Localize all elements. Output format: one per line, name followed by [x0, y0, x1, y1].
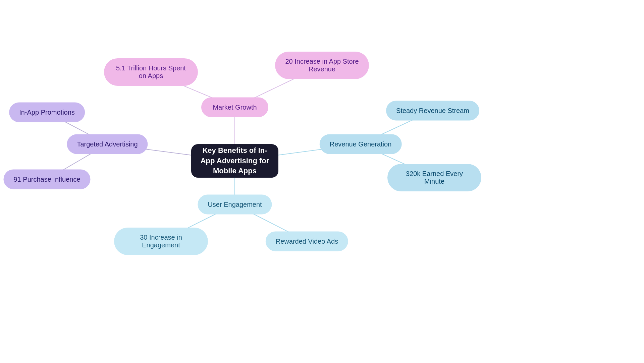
- node-targeted_advertising: Targeted Advertising: [67, 134, 148, 154]
- node-increase_engagement: 30 Increase in Engagement: [114, 228, 208, 255]
- node-market_growth: Market Growth: [201, 98, 268, 117]
- node-steady_revenue: Steady Revenue Stream: [386, 101, 479, 121]
- node-in_app_promotions: In-App Promotions: [9, 103, 85, 122]
- node-earned_every_minute: 320k Earned Every Minute: [387, 164, 481, 191]
- node-rewarded_video: Rewarded Video Ads: [266, 232, 348, 251]
- node-app_store_revenue: 20 Increase in App Store Revenue: [275, 52, 369, 79]
- center-label: Key Benefits of In-App Advertising for M…: [198, 145, 272, 176]
- center-node: Key Benefits of In-App Advertising for M…: [191, 144, 278, 178]
- node-revenue_generation: Revenue Generation: [320, 134, 402, 154]
- node-user_engagement: User Engagement: [198, 195, 272, 215]
- node-trillion_hours: 5.1 Trillion Hours Spent on Apps: [104, 58, 198, 86]
- node-purchase_influence: 91 Purchase Influence: [3, 170, 90, 189]
